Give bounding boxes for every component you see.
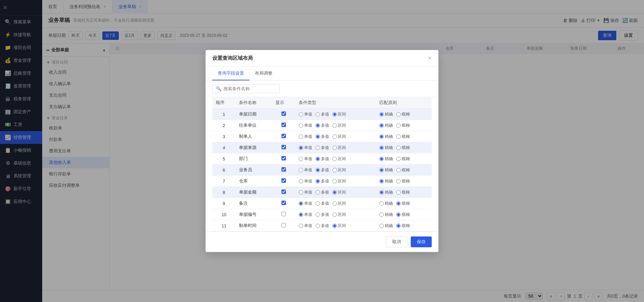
radio-condition-condition_single[interactable]: 单值 (299, 223, 312, 229)
cancel-button[interactable]: 取消 (386, 236, 407, 247)
cell-name: 单据金额 (236, 187, 272, 198)
radio-condition-condition_range[interactable]: 区间 (332, 145, 346, 151)
cell-match-rule: 精确模糊 (376, 187, 432, 198)
cell-name: 业务员 (236, 165, 272, 176)
show-checkbox[interactable] (281, 156, 286, 160)
radio-condition-condition_range[interactable]: 区间 (332, 167, 346, 173)
show-checkbox[interactable] (281, 212, 286, 216)
table-row: 11制单时间单值多值区间精确模糊 (212, 220, 432, 231)
radio-condition-condition_range[interactable]: 区间 (332, 111, 346, 117)
save-dialog-button[interactable]: 保存 (411, 236, 432, 247)
show-checkbox[interactable] (281, 178, 286, 183)
radio-condition-condition_multi[interactable]: 多值 (316, 223, 329, 229)
radio-match-match_fuzzy[interactable]: 模糊 (396, 178, 410, 184)
radio-match-match_fuzzy[interactable]: 模糊 (396, 156, 410, 162)
show-checkbox[interactable] (281, 145, 286, 149)
cell-condition-type: 单值多值区间 (295, 120, 376, 131)
radio-match-match_fuzzy[interactable]: 模糊 (396, 201, 410, 206)
show-checkbox[interactable] (281, 134, 286, 138)
show-checkbox[interactable] (281, 123, 286, 127)
th-show: 显示 (272, 97, 295, 109)
radio-condition-condition_single[interactable]: 单值 (299, 167, 312, 173)
radio-condition-condition_multi[interactable]: 多值 (316, 167, 329, 173)
cell-show (272, 198, 295, 209)
radio-condition-condition_single[interactable]: 单值 (299, 123, 312, 128)
radio-match-match_fuzzy[interactable]: 模糊 (396, 145, 410, 151)
radio-match-match_exact[interactable]: 精确 (379, 223, 393, 229)
search-icon: 🔍 (216, 86, 221, 91)
cell-condition-type: 单值多值区间 (295, 209, 376, 220)
radio-match-match_exact[interactable]: 精确 (379, 201, 393, 206)
table-row: 8单据金额单值多值区间精确模糊 (212, 187, 432, 198)
radio-condition-condition_single[interactable]: 单值 (299, 178, 312, 184)
radio-condition-condition_multi[interactable]: 多值 (316, 134, 329, 140)
radio-match-match_fuzzy[interactable]: 模糊 (396, 167, 410, 173)
cell-condition-type: 单值多值区间 (295, 131, 376, 142)
radio-condition-condition_single[interactable]: 单值 (299, 145, 312, 151)
radio-match-match_exact[interactable]: 精确 (379, 123, 393, 128)
radio-match-match_exact[interactable]: 精确 (379, 134, 393, 140)
radio-match-match_fuzzy[interactable]: 模糊 (396, 190, 410, 195)
dialog-footer: 取消 保存 (206, 231, 438, 252)
radio-condition-condition_multi[interactable]: 多值 (316, 201, 329, 206)
table-row: 1单据日期单值多值区间精确模糊 (212, 109, 432, 120)
radio-match-match_fuzzy[interactable]: 模糊 (396, 123, 410, 128)
cell-order: 5 (212, 153, 236, 165)
radio-condition-condition_multi[interactable]: 多值 (316, 145, 329, 151)
cell-condition-type: 单值多值区间 (295, 220, 376, 231)
cell-order: 2 (212, 120, 236, 131)
cell-order: 10 (212, 209, 236, 220)
table-row: 9备注单值多值区间精确模糊 (212, 198, 432, 209)
radio-condition-condition_single[interactable]: 单值 (299, 212, 312, 218)
table-row: 5部门单值多值区间精确模糊 (212, 153, 432, 165)
radio-match-match_exact[interactable]: 精确 (379, 167, 393, 173)
radio-match-match_exact[interactable]: 精确 (379, 111, 393, 117)
cell-condition-type: 单值多值区间 (295, 187, 376, 198)
radio-condition-condition_multi[interactable]: 多值 (316, 123, 329, 128)
radio-match-match_exact[interactable]: 精确 (379, 178, 393, 184)
search-input[interactable] (223, 86, 271, 91)
show-checkbox[interactable] (281, 201, 286, 205)
radio-match-match_exact[interactable]: 精确 (379, 145, 393, 151)
radio-condition-condition_single[interactable]: 单值 (299, 134, 312, 140)
cell-match-rule: 精确模糊 (376, 198, 432, 209)
tab-layout[interactable]: 布局调整 (249, 67, 278, 80)
radio-match-match_exact[interactable]: 精确 (379, 156, 393, 162)
show-checkbox[interactable] (281, 223, 286, 227)
radio-condition-condition_range[interactable]: 区间 (332, 190, 346, 195)
radio-condition-condition_single[interactable]: 单值 (299, 111, 312, 117)
cell-match-rule: 精确模糊 (376, 109, 432, 120)
radio-match-match_fuzzy[interactable]: 模糊 (396, 111, 410, 117)
radio-condition-condition_range[interactable]: 区间 (332, 178, 346, 184)
show-checkbox[interactable] (281, 111, 286, 116)
radio-condition-condition_multi[interactable]: 多值 (316, 212, 329, 218)
radio-match-match_exact[interactable]: 精确 (379, 212, 393, 218)
radio-condition-condition_single[interactable]: 单值 (299, 156, 312, 162)
radio-condition-condition_range[interactable]: 区间 (332, 212, 346, 218)
radio-match-match_fuzzy[interactable]: 模糊 (396, 134, 410, 140)
cell-name: 单据编号 (236, 209, 272, 220)
dialog-close-button[interactable]: × (428, 55, 432, 62)
radio-match-match_exact[interactable]: 精确 (379, 190, 393, 195)
radio-condition-condition_single[interactable]: 单值 (299, 201, 312, 206)
radio-condition-condition_single[interactable]: 单值 (299, 190, 312, 195)
radio-condition-condition_range[interactable]: 区间 (332, 223, 346, 229)
radio-condition-condition_range[interactable]: 区间 (332, 201, 346, 206)
radio-condition-condition_multi[interactable]: 多值 (316, 178, 329, 184)
radio-condition-condition_multi[interactable]: 多值 (316, 111, 329, 117)
show-checkbox[interactable] (281, 167, 286, 172)
radio-match-match_fuzzy[interactable]: 模糊 (396, 212, 410, 218)
radio-condition-condition_multi[interactable]: 多值 (316, 190, 329, 195)
show-checkbox[interactable] (281, 190, 286, 194)
cell-match-rule: 精确模糊 (376, 120, 432, 131)
table-row: 7仓库单值多值区间精确模糊 (212, 176, 432, 187)
radio-condition-condition_range[interactable]: 区间 (332, 123, 346, 128)
radio-condition-condition_range[interactable]: 区间 (332, 134, 346, 140)
cell-show (272, 109, 295, 120)
radio-condition-condition_multi[interactable]: 多值 (316, 156, 329, 162)
cell-show (272, 131, 295, 142)
radio-condition-condition_range[interactable]: 区间 (332, 156, 346, 162)
tab-query-fields[interactable]: 查询字段设置 (212, 67, 249, 80)
dialog-table-wrap: 顺序 条件名称 显示 条件类型 匹配原则 1单据日期单值多值区间精确模糊2往来单… (206, 97, 438, 231)
radio-match-match_fuzzy[interactable]: 模糊 (396, 223, 410, 229)
